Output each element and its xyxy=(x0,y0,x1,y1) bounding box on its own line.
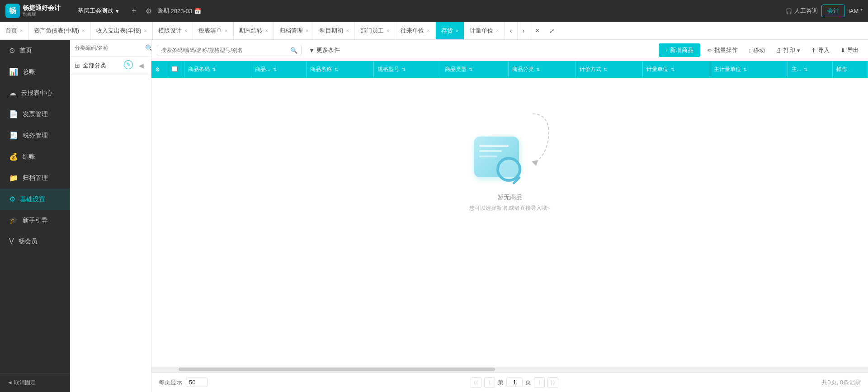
tab-period-close[interactable]: × xyxy=(265,28,268,33)
tab-unit-close[interactable]: × xyxy=(496,28,499,33)
table-container: ⚙ 商品条码 ⇅ 商品... ⇅ 商品名称 ⇅ 规格型号 ⇅ 商品类型 ⇅ 商品… xyxy=(151,61,868,367)
consult-button[interactable]: 🎧 人工咨询 xyxy=(785,7,818,15)
tab-template[interactable]: 模版设计 × xyxy=(153,22,193,39)
sidebar-item-cloud[interactable]: ☁ 云报表中心 xyxy=(0,82,70,104)
page-input[interactable] xyxy=(506,378,523,387)
sidebar-item-member[interactable]: V 畅会员 xyxy=(0,231,70,252)
tab-home-label: 首页 xyxy=(5,27,17,35)
sidebar-collapse-button[interactable]: ◄ 取消固定 xyxy=(0,373,70,392)
th-checkbox[interactable] xyxy=(168,61,184,78)
th-spec[interactable]: 规格型号 ⇅ xyxy=(374,61,441,78)
select-all-checkbox[interactable] xyxy=(172,66,178,72)
category-edit-button[interactable]: ✎ xyxy=(124,60,133,69)
tab-period-transfer[interactable]: 期末结转 × xyxy=(234,22,274,39)
print-button[interactable]: 🖨 打印 ▾ xyxy=(772,44,804,56)
add-tab-button[interactable]: + xyxy=(128,5,140,17)
th-unit[interactable]: 计量单位 ⇅ xyxy=(643,61,710,78)
filter-button[interactable]: ▼ 更多条件 xyxy=(305,44,344,56)
next-page-button[interactable]: ⟩ xyxy=(534,377,545,388)
th-main-abbr[interactable]: 主... ⇅ xyxy=(788,61,832,78)
sidebar-item-basic-settings[interactable]: ⚙ 基础设置 xyxy=(0,189,70,210)
tab-prev-button[interactable]: ‹ xyxy=(505,22,518,39)
horizontal-scrollbar[interactable] xyxy=(151,367,868,372)
period-value: 2023-03 xyxy=(171,8,193,14)
sidebar-item-guide[interactable]: 🎓 新手引导 xyxy=(0,210,70,231)
kuaiji-button[interactable]: 会计 xyxy=(821,5,845,17)
tab-inventory-close[interactable]: × xyxy=(456,28,458,33)
tab-contact[interactable]: 往来单位 × xyxy=(395,22,435,39)
tab-unit[interactable]: 计量单位 × xyxy=(464,22,505,39)
headset-icon: 🎧 xyxy=(785,8,793,14)
th-pricing[interactable]: 计价方式 ⇅ xyxy=(576,61,643,78)
tab-taxlist[interactable]: 税表清单 × xyxy=(193,22,233,39)
settings-button[interactable]: ⚙ xyxy=(146,7,152,15)
sidebar-collapse-label: ◄ 取消固定 xyxy=(7,379,36,387)
th-action: 操作 xyxy=(833,61,868,78)
sidebar-item-ledger[interactable]: 📊 总账 xyxy=(0,61,70,82)
first-page-button[interactable]: ⟨⟨ xyxy=(471,377,481,388)
move-button[interactable]: ↕ 移动 xyxy=(745,44,769,56)
sidebar-item-home[interactable]: ⊙ 首页 xyxy=(0,40,70,61)
guide-icon: 🎓 xyxy=(9,216,18,225)
sidebar-item-invoice[interactable]: 📄 发票管理 xyxy=(0,104,70,125)
page-label: 第 xyxy=(498,378,504,387)
import-button[interactable]: ⬆ 导入 xyxy=(807,44,833,56)
main-layout: ⊙ 首页 📊 总账 ☁ 云报表中心 📄 发票管理 🧾 税务管理 💰 结账 📁 归… xyxy=(0,40,868,392)
prev-page-button[interactable]: ⟨ xyxy=(484,377,495,388)
tab-taxlist-close[interactable]: × xyxy=(225,28,227,33)
tab-subject[interactable]: 科目期初 × xyxy=(314,22,354,39)
horizontal-scroll-thumb[interactable] xyxy=(179,368,495,371)
tab-archive[interactable]: 归档管理 × xyxy=(274,22,314,39)
tab-balance[interactable]: 资产负债表(中期) × xyxy=(28,22,90,39)
last-page-button[interactable]: ⟩⟩ xyxy=(547,377,558,388)
th-barcode[interactable]: 商品条码 ⇅ xyxy=(184,61,251,78)
tab-income-close[interactable]: × xyxy=(144,28,146,33)
all-category-item[interactable]: ⊞ 全部分类 xyxy=(75,61,124,70)
calendar-icon[interactable]: 📅 xyxy=(194,8,201,14)
invoice-icon: 📄 xyxy=(9,110,18,118)
sidebar-item-close-account[interactable]: 💰 结账 xyxy=(0,146,70,167)
all-category-label: 全部分类 xyxy=(83,61,106,70)
th-name[interactable]: 商品名称 ⇅ xyxy=(307,61,374,78)
th-code[interactable]: 商品... ⇅ xyxy=(251,61,307,78)
grid-icon: ⊞ xyxy=(75,62,80,69)
expand-button[interactable]: ⤢ xyxy=(545,22,559,39)
page-nav: ⟨⟨ ⟨ 第 页 ⟩ ⟩⟩ xyxy=(471,377,558,388)
category-search-area: 🔍 xyxy=(70,40,151,57)
company-selector[interactable]: 基层工会测试 ▾ xyxy=(74,5,123,17)
th-category[interactable]: 商品分类 ⇅ xyxy=(508,61,576,78)
export-button[interactable]: ⬇ 导出 xyxy=(837,44,863,56)
th-type[interactable]: 商品类型 ⇅ xyxy=(441,61,508,78)
batch-operation-button[interactable]: ✏ 批量操作 xyxy=(704,44,741,56)
tab-template-close[interactable]: × xyxy=(184,28,187,33)
tab-inventory[interactable]: 存货 × xyxy=(436,22,464,39)
tab-archive-label: 归档管理 xyxy=(279,27,303,35)
tab-template-label: 模版设计 xyxy=(158,27,182,35)
sidebar-item-archive[interactable]: 📁 归档管理 xyxy=(0,167,70,189)
th-main-unit[interactable]: 主计量单位 ⇅ xyxy=(710,61,788,78)
tab-income[interactable]: 收入支出表(年报) × xyxy=(91,22,153,39)
tab-subject-close[interactable]: × xyxy=(346,28,349,33)
user-button[interactable]: iAM * xyxy=(849,8,863,14)
tab-staff[interactable]: 部门员工 × xyxy=(355,22,395,39)
th-settings[interactable]: ⚙ xyxy=(151,61,168,78)
tab-staff-close[interactable]: × xyxy=(387,28,389,33)
category-search-input[interactable] xyxy=(75,45,142,51)
product-search-input[interactable] xyxy=(161,47,288,53)
svg-marker-0 xyxy=(532,160,538,166)
close-all-tabs-button[interactable]: × xyxy=(530,22,545,39)
sidebar-item-tax[interactable]: 🧾 税务管理 xyxy=(0,125,70,146)
page-size-select[interactable]: 50 10 20 100 xyxy=(186,378,208,387)
add-product-button[interactable]: + 新增商品 xyxy=(659,43,700,57)
tab-home-close[interactable]: × xyxy=(20,28,23,33)
tab-home[interactable]: 首页 × xyxy=(0,22,28,39)
tab-contact-close[interactable]: × xyxy=(427,28,429,33)
tab-balance-close[interactable]: × xyxy=(82,28,85,33)
category-collapse-button[interactable]: ◀ xyxy=(136,60,146,71)
tab-next-button[interactable]: › xyxy=(518,22,530,39)
import-label: 导入 xyxy=(818,46,830,54)
tab-archive-close[interactable]: × xyxy=(306,28,308,33)
batch-icon: ✏ xyxy=(708,47,712,54)
right-panel: 🔍 ▼ 更多条件 + 新增商品 ✏ 批量操作 ↕ 移动 xyxy=(151,40,868,392)
product-search-icon[interactable]: 🔍 xyxy=(290,47,297,54)
